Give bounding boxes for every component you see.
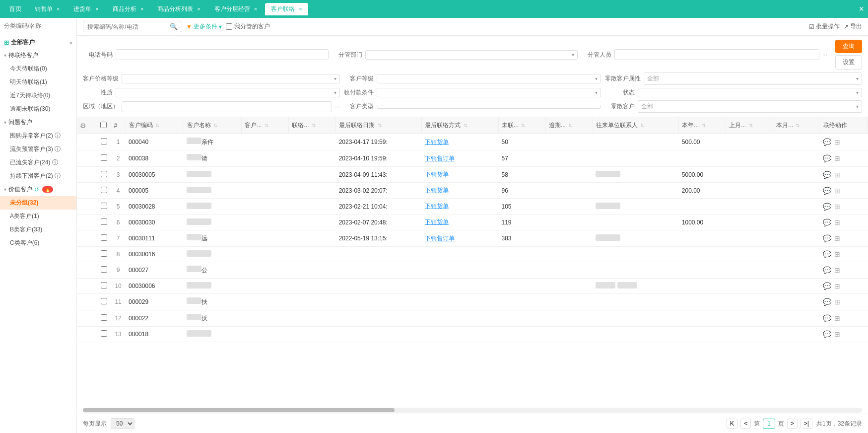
col-settings[interactable]: ⚙ — [77, 117, 97, 134]
col-overdue-header[interactable]: 逾期... ⇅ — [545, 117, 593, 134]
cell-check[interactable] — [97, 262, 111, 279]
all-customers-header[interactable]: ⊞ 全部客户 « — [0, 34, 76, 49]
col-this-month-header[interactable]: 本月... ⇅ — [773, 117, 820, 134]
grid-action-icon[interactable]: ⊞ — [834, 250, 840, 258]
cell-check[interactable] — [97, 167, 111, 183]
cell-check[interactable] — [97, 310, 111, 327]
scattered-select[interactable]: 全部 ▾ — [638, 100, 862, 113]
status-select[interactable]: ▾ — [638, 88, 862, 97]
cell-check[interactable] — [97, 183, 111, 199]
sidebar-item-tomorrow[interactable]: 明天待联络(1) — [0, 75, 76, 89]
sidebar-group-value[interactable]: ▾ 价值客户 ↺ 🔥 — [0, 183, 76, 196]
close-customer-segmentation[interactable]: × — [254, 6, 257, 12]
col-last-method-header[interactable]: 最后联络方式 ⇅ — [422, 117, 499, 134]
dept-select[interactable]: ▾ — [365, 50, 578, 60]
cell-check[interactable] — [97, 134, 111, 150]
nature-select[interactable]: ▾ — [116, 88, 340, 97]
cell-last-method[interactable] — [422, 327, 499, 342]
chat-icon[interactable]: 💬 — [823, 282, 831, 290]
chat-icon[interactable]: 💬 — [823, 314, 831, 322]
sidebar-item-churned[interactable]: 已流失客户(24) ⓘ — [0, 156, 76, 169]
grid-action-icon[interactable]: ⊞ — [834, 298, 840, 306]
col-name-header[interactable]: 客户名称 ⇅ — [184, 117, 242, 134]
first-page-btn[interactable]: K — [727, 419, 737, 429]
cell-check[interactable] — [97, 327, 111, 342]
person-input[interactable] — [614, 49, 819, 60]
grid-action-icon[interactable]: ⊞ — [834, 330, 840, 338]
sidebar-item-class-a[interactable]: A类客户(1) — [0, 210, 76, 223]
sidebar-item-today[interactable]: 今天待联络(0) — [0, 62, 76, 75]
cell-last-method[interactable] — [422, 310, 499, 327]
cell-last-method[interactable]: 下销售订单 — [422, 150, 499, 167]
close-customer-contact[interactable]: × — [299, 6, 302, 12]
cell-last-method[interactable]: 下销货单 — [422, 215, 499, 230]
col-check-all[interactable] — [97, 117, 111, 134]
batch-op-btn[interactable]: ☑ 批量操作 — [809, 22, 840, 31]
grid-action-icon[interactable]: ⊞ — [834, 171, 840, 179]
chat-icon[interactable]: 💬 — [823, 330, 831, 338]
main-search-input[interactable] — [87, 23, 170, 30]
sidebar-item-churn-warning[interactable]: 流失预警客户(3) ⓘ — [0, 143, 76, 156]
close-sales-order[interactable]: × — [57, 6, 60, 12]
tab-sales-order[interactable]: 销售单 × — [29, 3, 66, 15]
tab-product-analysis-list[interactable]: 商品分析列表 × — [151, 3, 206, 15]
col-type-header[interactable]: 客户... ⇅ — [242, 117, 289, 134]
collapse-icon[interactable]: « — [69, 40, 72, 46]
grid-action-icon[interactable]: ⊞ — [834, 266, 840, 274]
cell-last-method[interactable] — [422, 247, 499, 262]
cell-check[interactable] — [97, 215, 111, 230]
cell-last-method[interactable]: 下销货单 — [422, 167, 499, 183]
customer-level-select[interactable]: ▾ — [377, 74, 601, 83]
sidebar-item-7days[interactable]: 近7天待联络(0) — [0, 89, 76, 102]
reset-btn[interactable]: 设置 — [835, 55, 862, 70]
more-conditions-btn[interactable]: ▼ 更多条件 ▾ — [186, 22, 222, 31]
cell-last-method[interactable] — [422, 262, 499, 279]
my-customers-checkbox[interactable] — [226, 23, 232, 30]
tab-customer-contact[interactable]: 客户联络 × — [265, 3, 308, 15]
last-page-btn[interactable]: >| — [801, 419, 812, 429]
grid-action-icon[interactable]: ⊞ — [834, 314, 840, 322]
col-not-contact-header[interactable]: 未联... ⇅ — [498, 117, 545, 134]
col-contact-header[interactable]: 联络... ⇅ — [289, 117, 336, 134]
sidebar-item-abnormal[interactable]: 囤购异常客户(2) ⓘ — [0, 129, 76, 143]
grid-action-icon[interactable]: ⊞ — [834, 282, 840, 290]
customer-type-select[interactable] — [377, 105, 601, 109]
person-more-btn[interactable]: ··· — [822, 51, 827, 58]
phone-input[interactable] — [116, 49, 329, 60]
grid-action-icon[interactable]: ⊞ — [834, 203, 840, 211]
cell-last-method[interactable]: 下销货单 — [422, 199, 499, 215]
tab-purchase-order[interactable]: 进货单 × — [67, 3, 104, 15]
chat-icon[interactable]: 💬 — [823, 138, 831, 146]
cell-check[interactable] — [97, 247, 111, 262]
query-btn[interactable]: 查询 — [835, 40, 862, 53]
refresh-icon[interactable]: ↺ — [34, 186, 39, 193]
cell-last-method[interactable]: 下销货单 — [422, 134, 499, 150]
col-contact-person-header[interactable]: 往来单位联系人 ⇅ — [593, 117, 679, 134]
chat-icon[interactable]: 💬 — [823, 154, 831, 162]
sidebar-item-declining[interactable]: 持续下滑客户(2) ⓘ — [0, 169, 76, 183]
cell-check[interactable] — [97, 279, 111, 294]
current-page[interactable]: 1 — [763, 419, 775, 429]
col-code-header[interactable]: 客户编码 ⇅ — [126, 117, 184, 134]
sidebar-item-ungrouped[interactable]: 未分组(32) — [0, 196, 76, 210]
tab-customer-segmentation[interactable]: 客户分层经营 × — [208, 3, 263, 15]
grid-action-icon[interactable]: ⊞ — [834, 234, 840, 242]
sidebar-search-input[interactable] — [4, 22, 77, 29]
close-all-icon[interactable]: × — [859, 4, 864, 14]
scattered-attr-select[interactable]: 全部 ▾ — [644, 72, 862, 85]
col-this-year-header[interactable]: 本年... ⇅ — [679, 117, 726, 134]
sidebar-item-class-c[interactable]: C类客户(6) — [0, 236, 76, 250]
grid-action-icon[interactable]: ⊞ — [834, 138, 840, 146]
grid-action-icon[interactable]: ⊞ — [834, 218, 840, 226]
chat-icon[interactable]: 💬 — [823, 298, 831, 306]
next-page-btn[interactable]: > — [787, 419, 798, 429]
chat-icon[interactable]: 💬 — [823, 266, 831, 274]
cell-check[interactable] — [97, 294, 111, 310]
chat-icon[interactable]: 💬 — [823, 187, 831, 195]
region-more-btn[interactable]: ··· — [335, 103, 340, 110]
chat-icon[interactable]: 💬 — [823, 203, 831, 211]
grid-action-icon[interactable]: ⊞ — [834, 154, 840, 162]
tab-product-analysis[interactable]: 商品分析 × — [107, 3, 149, 15]
sidebar-item-overdue[interactable]: 逾期未联络(30) — [0, 102, 76, 116]
main-search-icon[interactable]: 🔍 — [170, 23, 178, 30]
